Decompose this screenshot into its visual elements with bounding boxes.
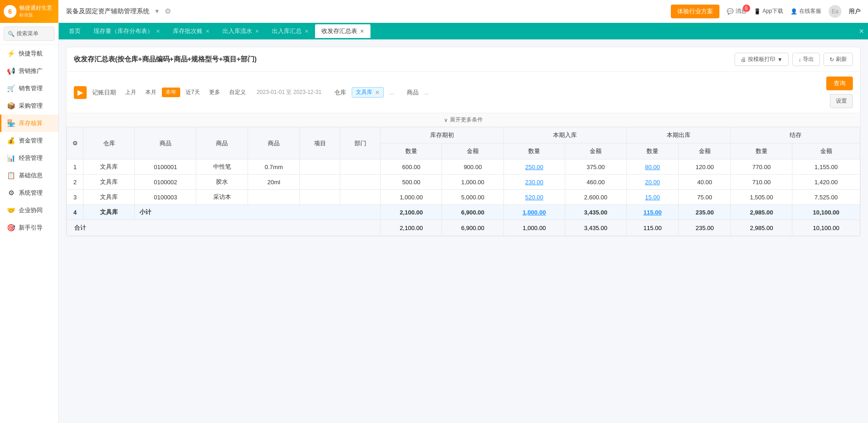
sidebar-item-label: 库存核算 xyxy=(19,119,43,127)
total-bal-amt: 10,100.00 xyxy=(792,220,860,236)
table-settings-button[interactable]: 设置 xyxy=(830,94,853,108)
tab-close-batch[interactable]: ✕ xyxy=(205,28,210,34)
date-btn-custom[interactable]: 自定义 xyxy=(226,88,249,97)
warehouse-tag[interactable]: 文具库 ✕ xyxy=(352,87,384,98)
row-in-qty[interactable]: 250.00 xyxy=(503,159,565,175)
sidebar-item-sales[interactable]: 🛒 销售管理 xyxy=(0,80,58,97)
app-download-button[interactable]: 📱 App下载 xyxy=(754,7,783,15)
col-settings-header[interactable]: ⚙ xyxy=(67,127,83,159)
sidebar-logo: 6 畅捷通好生意 标准版 xyxy=(0,0,58,23)
total-opening-amt: 6,900.00 xyxy=(442,220,503,236)
date-label: 记账日期 xyxy=(92,88,116,97)
col-bal-amt-header: 金额 xyxy=(792,143,860,159)
warehouse-tag-close-button[interactable]: ✕ xyxy=(375,89,380,96)
row-department xyxy=(340,190,381,205)
sidebar-item-finance[interactable]: 💰 资金管理 xyxy=(0,132,58,149)
tab-receive-send[interactable]: 收发存汇总表 ✕ xyxy=(315,24,370,38)
total-in-qty: 1,000.00 xyxy=(503,220,565,236)
commodity-more-button[interactable]: ... xyxy=(424,89,429,96)
col-in-qty-header: 数量 xyxy=(503,143,565,159)
quick-nav-icon: ⚡ xyxy=(7,49,15,58)
row-opening-qty: 600.00 xyxy=(381,159,442,175)
message-button[interactable]: 💬 消息 6 xyxy=(727,7,746,15)
settings-icon[interactable]: ⚙ xyxy=(165,7,171,16)
row-out-qty[interactable]: 20.00 xyxy=(626,175,679,190)
online-service-button[interactable]: 👤 在线客服 xyxy=(791,7,821,15)
col-bal-qty-header: 数量 xyxy=(731,143,792,159)
sidebar-item-cooperation[interactable]: 🤝 企业协同 xyxy=(0,202,58,219)
date-btn-more[interactable]: 更多 xyxy=(205,88,224,97)
export-button[interactable]: ↓ 导出 xyxy=(792,53,820,66)
expand-conditions-label: 展开更多条件 xyxy=(450,116,483,124)
subtotal-out-qty[interactable]: 115.00 xyxy=(626,205,679,220)
tab-inventory-dist[interactable]: 现存量（库存分布表） ✕ xyxy=(87,24,166,38)
guide-icon: 🎯 xyxy=(7,224,15,232)
sidebar-item-quick-nav[interactable]: ⚡ 快捷导航 xyxy=(0,45,58,62)
row-in-amt: 460.00 xyxy=(565,175,626,190)
sidebar-item-basic-info[interactable]: 📋 基础信息 xyxy=(0,167,58,184)
sidebar-item-operations[interactable]: 📊 经营管理 xyxy=(0,149,58,167)
dropdown-icon[interactable]: ▼ xyxy=(154,8,160,15)
row-opening-amt: 1,000.00 xyxy=(442,175,503,190)
tab-close-inventory-dist[interactable]: ✕ xyxy=(156,28,160,34)
tab-flow[interactable]: 出入库流水 ✕ xyxy=(216,24,265,38)
sidebar-item-label: 资金管理 xyxy=(19,137,43,145)
tab-close-flow[interactable]: ✕ xyxy=(255,28,259,34)
date-btn-last-month[interactable]: 上月 xyxy=(122,88,140,97)
date-btn-7-days[interactable]: 近7天 xyxy=(182,88,204,97)
expand-conditions-button[interactable]: ∨ 展开更多条件 xyxy=(444,116,483,124)
logo-badge: 标准版 xyxy=(19,12,52,18)
tab-close-receive-send[interactable]: ✕ xyxy=(360,28,364,34)
operations-icon: 📊 xyxy=(7,154,15,162)
sidebar-item-inventory[interactable]: 🏪 库存核算 xyxy=(0,115,58,132)
experience-button[interactable]: 体验行业方案 xyxy=(671,5,719,18)
user-label: 用户 xyxy=(849,7,861,16)
tab-close-summary-in-out[interactable]: ✕ xyxy=(304,28,309,34)
sidebar-item-system[interactable]: ⚙ 系统管理 xyxy=(0,184,58,202)
table-container: ⚙ 仓库 商品 商品 商品 项目 部门 库存期初 本期入库 本期出库 结存 xyxy=(66,127,860,236)
sidebar-item-purchase[interactable]: 📦 采购管理 xyxy=(0,97,58,115)
row-product-spec xyxy=(248,190,300,205)
query-button[interactable]: 查询 xyxy=(826,77,853,90)
total-bal-qty: 2,985.00 xyxy=(731,220,792,236)
tab-summary-in-out[interactable]: 出入库汇总 ✕ xyxy=(265,24,315,38)
row-product-spec: 0.7mm xyxy=(248,159,300,175)
row-bal-qty: 770.00 xyxy=(731,159,792,175)
date-btn-this-month[interactable]: 本月 xyxy=(142,88,160,97)
row-in-qty[interactable]: 230.00 xyxy=(503,175,565,190)
row-project xyxy=(300,159,340,175)
table-row: 2 文具库 0100002 胶水 20ml 500.00 1,000.00 23… xyxy=(67,175,860,190)
date-btn-this-year[interactable]: 本年 xyxy=(162,88,180,97)
row-out-qty[interactable]: 80.00 xyxy=(626,159,679,175)
system-title: 装备及固定资产辅助管理系统 xyxy=(66,7,149,16)
subtotal-in-qty[interactable]: 1,000.00 xyxy=(503,205,565,220)
sidebar-item-guide[interactable]: 🎯 新手引导 xyxy=(0,219,58,236)
close-all-tabs-button[interactable]: ✕ xyxy=(859,27,864,35)
print-button[interactable]: 🖨 按模板打印 ▼ xyxy=(735,53,789,66)
tab-batch[interactable]: 库存批次账 ✕ xyxy=(166,24,216,38)
tab-inventory-dist-label: 现存量（库存分布表） xyxy=(94,27,153,35)
tab-home[interactable]: 首页 xyxy=(62,24,87,38)
sidebar-item-label: 销售管理 xyxy=(19,84,43,93)
filter-toggle-button[interactable]: ▶ xyxy=(74,86,87,99)
subtotal-out-amt: 235.00 xyxy=(679,205,731,220)
row-in-qty[interactable]: 520.00 xyxy=(503,190,565,205)
subtotal-in-amt: 3,435.00 xyxy=(565,205,626,220)
subtotal-row: 4 文具库 小计 2,100.00 6,900.00 1,000.00 3,43… xyxy=(67,205,860,220)
search-menu-button[interactable]: 🔍 搜索菜单 xyxy=(4,27,55,41)
row-product-name: 胶水 xyxy=(196,175,248,190)
content-area: 收发存汇总表(按仓库+商品编码+商品+规格型号+项目+部门) 🖨 按模板打印 ▼… xyxy=(59,39,868,423)
row-out-qty[interactable]: 15.00 xyxy=(626,190,679,205)
subtotal-opening-amt: 6,900.00 xyxy=(442,205,503,220)
sidebar: 6 畅捷通好生意 标准版 🔍 搜索菜单 ⚡ 快捷导航 📢 营销推广 🛒 销售管理… xyxy=(0,0,59,423)
row-no: 1 xyxy=(67,159,83,175)
print-dropdown-icon: ▼ xyxy=(777,56,783,63)
main-content: 装备及固定资产辅助管理系统 ▼ ⚙ 体验行业方案 💬 消息 6 📱 App下载 … xyxy=(59,0,868,423)
finance-icon: 💰 xyxy=(7,137,15,145)
sidebar-item-label: 快捷导航 xyxy=(19,49,43,58)
refresh-button[interactable]: ↻ 刷新 xyxy=(824,53,853,66)
sidebar-item-marketing[interactable]: 📢 营销推广 xyxy=(0,62,58,80)
avatar[interactable]: Ea xyxy=(829,5,841,18)
header-left: 装备及固定资产辅助管理系统 ▼ ⚙ xyxy=(66,7,171,16)
warehouse-more-button[interactable]: ... xyxy=(389,89,394,96)
